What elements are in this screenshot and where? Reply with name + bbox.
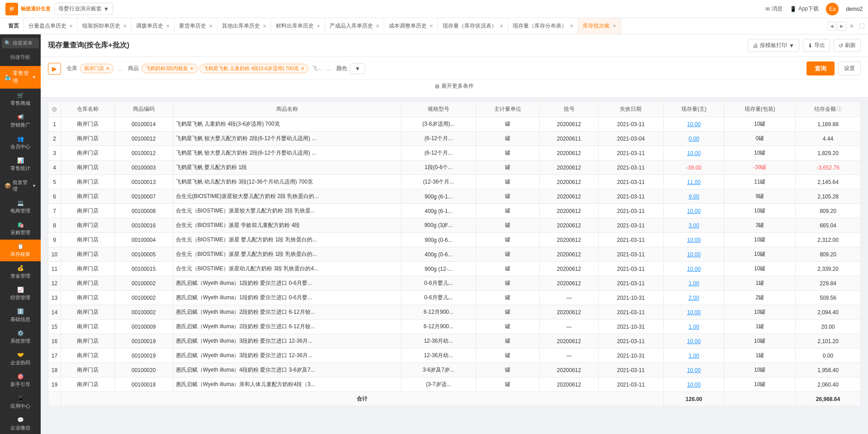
cell-qty-main[interactable]: 10.00 <box>664 204 724 218</box>
sidebar-quick-nav[interactable]: 快捷导航 <box>0 52 41 62</box>
cell-qty-main[interactable]: 0.00 <box>664 132 724 146</box>
cell-code: 00100005 <box>114 247 173 262</box>
export-button[interactable]: ⬇ 导出 <box>803 39 830 52</box>
sidebar-item-wholesale[interactable]: 📦 批发管理 ▼ <box>0 175 41 196</box>
sidebar-item-member[interactable]: 👥 会员中心 <box>0 132 41 154</box>
tab-xiancunliangfenbu[interactable]: 现存量（库存分布表） ✕ <box>508 18 578 34</box>
nav-next-button[interactable]: ▶ <box>837 22 846 31</box>
close-icon[interactable]: ✕ <box>69 24 73 28</box>
close-icon[interactable]: ✕ <box>570 24 573 28</box>
nav-prev-button[interactable]: ◀ <box>827 22 836 31</box>
refresh-button[interactable]: ↺ 刷新 <box>834 39 861 52</box>
cell-qty-main[interactable]: 10.00 <box>664 305 724 320</box>
warehouse-tag-close[interactable]: ✕ <box>106 66 109 71</box>
tab-diaobodanls[interactable]: 调拨单历史 ✕ <box>132 18 175 34</box>
tab-xiancunliangzhuangkuang[interactable]: 现存量（库存状况表） ✕ <box>438 18 508 34</box>
color-dropdown[interactable]: ▼ <box>350 63 365 74</box>
filter-expand-btn[interactable]: ▶ <box>48 63 61 75</box>
sidebar-item-basics[interactable]: ℹ️ 基础信息 <box>0 305 41 326</box>
cell-batch: 20200612 <box>540 305 598 320</box>
app-download-button[interactable]: 📱 App下载 <box>790 5 819 13</box>
sidebar-item-retail-stats[interactable]: 📊 零售统计 <box>0 154 41 175</box>
cell-qty-main[interactable]: 10.00 <box>664 146 724 160</box>
sidebar-item-purchase[interactable]: 🛍️ 采购管理 <box>0 218 41 240</box>
sidebar-item-inventory[interactable]: 📋 库存核算 <box>0 240 41 261</box>
sidebar-item-system[interactable]: ⚙️ 系统管理 <box>0 326 41 348</box>
cell-amount: 229.84 <box>796 276 861 291</box>
product-tag-1-close[interactable]: ✕ <box>190 66 193 71</box>
search-input[interactable]: 🔍 搜索菜单 <box>2 38 39 48</box>
info-icon[interactable]: ⓘ <box>837 106 842 112</box>
nav-close-button[interactable]: ✕ <box>847 22 856 31</box>
cell-qty-main[interactable]: 10.00 <box>664 334 724 349</box>
industry-select[interactable]: 母婴行业演示账套 ▼ <box>54 3 113 15</box>
tab-chanchengpinruku[interactable]: 产成品入库单历史 ✕ <box>325 18 384 34</box>
message-button[interactable]: ✉ 消息 <box>765 5 783 13</box>
sidebar-item-marketing[interactable]: 📢 营销推广 <box>0 110 41 132</box>
cell-qty-main[interactable]: 1.00 <box>664 349 724 363</box>
close-icon[interactable]: ✕ <box>429 24 433 28</box>
sidebar-item-retail-mall[interactable]: 🛒 零售商城 <box>0 89 41 110</box>
product-tag-2-close[interactable]: ✕ <box>301 66 304 71</box>
cell-no: 18 <box>48 363 61 377</box>
tab-kucunpiciz[interactable]: 库存批次账 ✕ <box>578 18 621 34</box>
close-icon[interactable]: ✕ <box>263 24 266 28</box>
close-icon[interactable]: ✕ <box>613 24 616 28</box>
sidebar-item-collab[interactable]: 🤝 企业协同 <box>0 348 41 370</box>
cell-qty-main[interactable]: 9.00 <box>664 189 724 204</box>
tab-zuzhuangchaijian[interactable]: 组装拆卸单历史 ✕ <box>78 18 132 34</box>
warehouse-tag[interactable]: 南岸门店 ✕ <box>80 64 113 73</box>
sidebar-item-operations[interactable]: 📈 经营管理 <box>0 283 41 305</box>
avatar[interactable]: Ea <box>826 3 839 15</box>
sidebar-item-wechat[interactable]: 💬 企业微信 <box>0 413 41 434</box>
cell-unit: 罐 <box>476 160 540 175</box>
product-tag-1[interactable]: 飞鹤奶粉3段丙瓶装 ✕ <box>142 64 198 73</box>
sidebar-item-ecommerce[interactable]: 💻 电商管理 <box>0 196 41 218</box>
cell-qty-main[interactable]: 3.00 <box>664 218 724 233</box>
tab-qitachuku[interactable]: 其他出库单历史 ✕ <box>217 18 271 34</box>
expand-conditions-btn[interactable]: ⊞ 展开更多条件 <box>48 79 861 93</box>
cell-warehouse: 南岸门店 <box>61 204 115 218</box>
tab-chengjiadanls[interactable]: 成本调整单历史 ✕ <box>384 18 438 34</box>
cell-qty-main[interactable]: 10.00 <box>664 117 724 132</box>
sidebar-item-retail-mgmt[interactable]: 🏪 零售管理 ▼ <box>0 66 41 89</box>
cell-qty-main[interactable]: 1.00 <box>664 276 724 291</box>
cell-batch: 20200611 <box>540 132 598 146</box>
logo-icon: 好 <box>5 3 18 15</box>
cell-qty-main[interactable]: 10.00 <box>664 247 724 262</box>
close-icon[interactable]: ✕ <box>500 24 503 28</box>
settings-button[interactable]: 设置 <box>838 61 861 75</box>
close-icon[interactable]: ✕ <box>316 24 320 28</box>
query-button[interactable]: 查询 <box>807 61 835 75</box>
close-icon[interactable]: ✕ <box>123 24 127 28</box>
cell-qty-main[interactable]: 11.00 <box>664 175 724 189</box>
close-icon[interactable]: ✕ <box>166 24 170 28</box>
settings-icon[interactable]: ⚙ <box>52 106 57 113</box>
product-tag-2[interactable]: 飞鹤星飞帆 儿童奶粉 4段(3-6岁适用) 700克 ✕ <box>199 64 308 73</box>
sidebar-item-finance[interactable]: 💰 资金管理 <box>0 261 41 283</box>
cell-spec: 12-36月幼... <box>401 334 476 349</box>
tab-yaohuo[interactable]: 要货单历史 ✕ <box>175 18 217 34</box>
cell-qty-pkg: 9罐 <box>724 189 796 204</box>
cell-qty-main[interactable]: 2.00 <box>664 291 724 305</box>
cell-qty-main[interactable]: -39.00 <box>664 160 724 175</box>
cell-qty-main[interactable]: 10.00 <box>664 363 724 377</box>
product-ellipsis[interactable]: ... <box>326 66 331 72</box>
tab-fenliangpandian[interactable]: 分量盘点单历史 ✕ <box>24 18 78 34</box>
close-icon[interactable]: ✕ <box>209 24 212 28</box>
sidebar-item-guide[interactable]: 🎯 新手引导 <box>0 370 41 392</box>
nav-max-button[interactable]: ⛶ <box>857 22 866 31</box>
tab-cailiaochuku[interactable]: 材料出库单历史 ✕ <box>271 18 325 34</box>
product-more[interactable]: 飞... <box>312 65 322 72</box>
cell-qty-main[interactable]: 10.00 <box>664 262 724 276</box>
sidebar-item-apps[interactable]: 📱 应用中心 <box>0 392 41 413</box>
cell-qty-main[interactable]: 1.00 <box>664 320 724 334</box>
cell-unit: 罐 <box>476 262 540 276</box>
close-icon[interactable]: ✕ <box>376 24 379 28</box>
cell-qty-main[interactable]: 10.00 <box>664 233 724 247</box>
cell-qty-main[interactable]: 10.00 <box>664 377 724 392</box>
cell-name: 飞鹤星飞帆 较大婴儿配方奶粉 2段(6-12个月婴幼儿适用) ... <box>173 132 401 146</box>
print-button[interactable]: 🖨 按模板打印 ▼ <box>748 39 799 52</box>
filter-ellipsis[interactable]: ... <box>118 66 123 72</box>
tab-home[interactable]: 首页 <box>4 18 24 34</box>
